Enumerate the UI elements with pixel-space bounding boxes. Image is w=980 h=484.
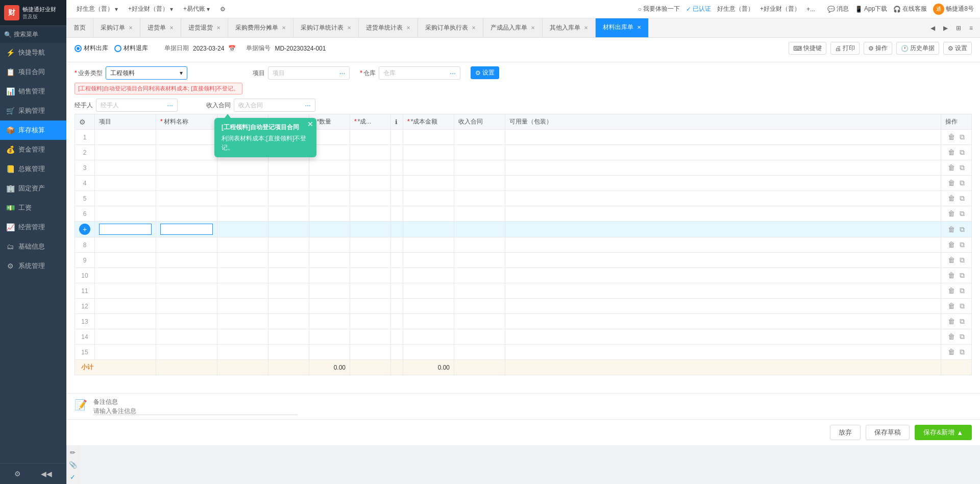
topbar-haoshengyi2[interactable]: 好生意（普）	[717, 5, 754, 13]
cell-spec[interactable]	[217, 253, 268, 268]
tab-purchase-stats[interactable]: 采购订单统计表 ✕	[293, 18, 359, 38]
sidebar-item-payroll[interactable]: 💵 工资	[0, 198, 66, 217]
cell-project[interactable]	[95, 299, 156, 314]
cell-spec-active[interactable]	[217, 222, 268, 237]
topbar-item-haoyecai[interactable]: +好业财（普） ▾	[124, 3, 177, 15]
right-panel-edit-icon[interactable]: ✏	[68, 447, 78, 457]
copy-row-btn[interactable]: ⧉	[958, 301, 966, 310]
cell-name-input[interactable]	[156, 222, 217, 237]
tab-home[interactable]: 首页	[66, 18, 93, 38]
settings-btn[interactable]: ⚙ 设置	[943, 42, 972, 55]
cell-qty[interactable]	[309, 206, 350, 222]
copy-row-btn[interactable]: ⧉	[958, 163, 966, 172]
sidebar-item-ledger[interactable]: 📒 总账管理	[0, 159, 66, 179]
cell-qty[interactable]	[309, 299, 350, 314]
copy-row-btn[interactable]: ⧉	[958, 347, 966, 356]
copy-row-btn[interactable]: ⧉	[958, 148, 966, 157]
shortcut-btn[interactable]: ⌨ 快捷键	[789, 42, 826, 55]
sidebar-collapse-btn[interactable]: ◀◀	[39, 468, 54, 480]
topbar-item-yidaizhang[interactable]: +易代账 ▾	[179, 3, 214, 15]
cell-name[interactable]	[156, 130, 217, 145]
cell-project[interactable]	[95, 176, 156, 191]
tab-grid-view-btn[interactable]: ⊞	[953, 23, 964, 33]
cell-cost-amount[interactable]	[403, 314, 454, 329]
sidebar-item-basic-info[interactable]: 🗂 基础信息	[0, 237, 66, 256]
tab-purchase-exec[interactable]: 采购订单执行表 ✕	[418, 18, 483, 38]
delete-row-btn[interactable]: 🗑	[946, 347, 957, 356]
tab-close-icon[interactable]: ✕	[282, 25, 286, 31]
cell-cost-price[interactable]	[350, 253, 391, 268]
cell-name[interactable]	[156, 299, 217, 314]
handler-select[interactable]: 经手人 ···	[96, 99, 178, 112]
cell-cost-amount[interactable]	[403, 191, 454, 206]
delete-row-btn[interactable]: 🗑	[946, 225, 957, 234]
cell-cost-amount[interactable]	[403, 145, 454, 160]
cell-spec[interactable]	[217, 268, 268, 283]
cell-qty[interactable]	[309, 283, 350, 299]
tab-close-icon[interactable]: ✕	[129, 25, 133, 31]
sidebar-item-system[interactable]: ⚙ 系统管理	[0, 256, 66, 276]
tab-prev-btn[interactable]: ◀	[927, 23, 938, 33]
copy-row-btn[interactable]: ⧉	[958, 240, 966, 249]
cell-contract-active[interactable]	[454, 222, 505, 237]
cell-unit[interactable]	[268, 283, 309, 299]
radio-material-out[interactable]: 材料出库	[75, 44, 108, 53]
tab-stock-stats[interactable]: 进货单统计表 ✕	[359, 18, 418, 38]
cell-cost-amount[interactable]	[403, 329, 454, 345]
cell-cost-price-active[interactable]	[350, 222, 391, 237]
right-panel-clip-icon[interactable]: 📎	[68, 459, 78, 470]
cell-cost-price[interactable]	[350, 191, 391, 206]
sidebar-item-sales[interactable]: 📊 销售管理	[0, 82, 66, 101]
cell-cost-amount[interactable]	[403, 160, 454, 176]
cell-cost-amount[interactable]	[403, 283, 454, 299]
cell-unit[interactable]	[268, 314, 309, 329]
cell-project[interactable]	[95, 206, 156, 222]
cell-cost-price[interactable]	[350, 130, 391, 145]
cell-cost-amount[interactable]	[403, 253, 454, 268]
delete-row-btn[interactable]: 🗑	[946, 178, 957, 187]
cell-cost-price[interactable]	[350, 160, 391, 176]
cell-contract[interactable]	[454, 191, 505, 206]
cell-project[interactable]	[95, 283, 156, 299]
history-btn[interactable]: 🕐 历史单据	[896, 42, 939, 55]
cell-cost-amount-active[interactable]	[403, 222, 454, 237]
cell-name[interactable]	[156, 268, 217, 283]
cell-contract[interactable]	[454, 268, 505, 283]
dots-icon[interactable]: ···	[305, 101, 311, 109]
tab-purchase-order[interactable]: 采购订单 ✕	[93, 18, 140, 38]
cell-contract[interactable]	[454, 345, 505, 360]
cell-name[interactable]	[156, 253, 217, 268]
cell-qty-active[interactable]	[309, 222, 350, 237]
cell-cost-price[interactable]	[350, 237, 391, 253]
tab-close-icon[interactable]: ✕	[169, 25, 174, 31]
cell-cost-price[interactable]	[350, 145, 391, 160]
cell-spec[interactable]	[217, 329, 268, 345]
dots-icon[interactable]: ···	[167, 101, 173, 109]
cell-contract[interactable]	[454, 206, 505, 222]
cell-name[interactable]	[156, 283, 217, 299]
cell-contract[interactable]	[454, 253, 505, 268]
cell-cost-price[interactable]	[350, 283, 391, 299]
copy-row-btn[interactable]: ⧉	[958, 255, 966, 264]
cell-spec[interactable]	[217, 237, 268, 253]
delete-row-btn[interactable]: 🗑	[946, 163, 957, 172]
cell-spec[interactable]	[217, 283, 268, 299]
cell-unit[interactable]	[268, 206, 309, 222]
cell-project[interactable]	[95, 345, 156, 360]
cell-name[interactable]	[156, 345, 217, 360]
tab-stock-return[interactable]: 进货退货 ✕	[181, 18, 228, 38]
cell-cost-price[interactable]	[350, 299, 391, 314]
cell-spec[interactable]	[217, 314, 268, 329]
topbar-online-service[interactable]: 🎧 在线客服	[893, 5, 927, 13]
save-draft-btn[interactable]: 保存草稿	[866, 425, 910, 440]
cell-cost-price[interactable]	[350, 206, 391, 222]
cell-unit[interactable]	[268, 345, 309, 360]
sidebar-item-inventory[interactable]: 📦 库存核算	[0, 120, 66, 140]
delete-row-btn[interactable]: 🗑	[946, 209, 957, 218]
topbar-certified[interactable]: ✓ 已认证	[686, 5, 711, 13]
radio-material-return[interactable]: 材料退库	[114, 44, 148, 53]
cell-unit[interactable]	[268, 237, 309, 253]
copy-row-btn[interactable]: ⧉	[958, 317, 966, 326]
tab-list-view-btn[interactable]: ≡	[966, 23, 976, 33]
cell-unit[interactable]	[268, 268, 309, 283]
